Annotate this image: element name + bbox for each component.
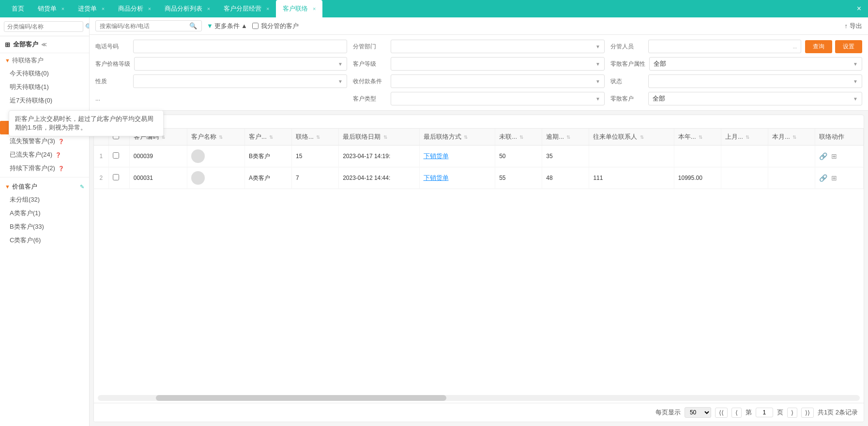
th-this-year: 本年... ⇅	[674, 129, 721, 146]
sidebar-item-class-a[interactable]: A类客户(1)	[0, 206, 89, 220]
page-label: 第	[746, 408, 752, 417]
payment-select[interactable]: ▼	[391, 74, 605, 88]
next-page-button[interactable]: ⟩	[787, 408, 797, 418]
settings-button[interactable]: 设置	[835, 40, 862, 53]
sort-icon-date[interactable]: ⇅	[383, 134, 387, 140]
top-navigation: 首页 销货单 × 进货单 × 商品分析 × 商品分析列表 × 客户分层经营 × …	[0, 0, 868, 17]
close-tab-product-list[interactable]: ×	[207, 6, 210, 12]
row2-grid-icon[interactable]: ⊞	[831, 174, 837, 182]
search-box: 🔍	[95, 20, 202, 31]
row1-index: 1	[94, 146, 108, 167]
row2-avatar	[191, 171, 205, 185]
page-input[interactable]	[756, 408, 773, 417]
sort-icon-contact[interactable]: ⇅	[316, 134, 320, 140]
table-scroll[interactable]: 客户编码 ⇅ 客户名称 ⇅ 客户... ⇅	[94, 129, 864, 393]
close-tab-layering[interactable]: ×	[266, 6, 269, 12]
tab-sales-order[interactable]: 销货单 ×	[31, 0, 71, 17]
collapse-icon[interactable]: ≪	[41, 42, 47, 48]
row2-checkbox[interactable]	[113, 174, 119, 180]
row2-checkbox-cell	[108, 167, 129, 189]
row2-method-link[interactable]: 下销货单	[424, 174, 449, 181]
sidebar-search-input[interactable]	[4, 21, 83, 32]
horizontal-scrollbar[interactable]	[98, 395, 860, 401]
window-close-button[interactable]: ×	[857, 4, 861, 13]
th-name: 客户名称 ⇅	[187, 129, 244, 146]
first-page-button[interactable]: ⟨⟨	[715, 408, 728, 418]
dept-select[interactable]: ▼	[391, 40, 605, 53]
sidebar-item-tomorrow[interactable]: 明天待联络(1)	[0, 80, 89, 94]
my-customers-checkbox[interactable]	[252, 23, 259, 29]
filter-payment-row: 收付款条件 ▼	[353, 74, 605, 88]
th-contact-person: 往来单位联系人 ⇅	[589, 129, 674, 146]
sidebar-item-class-b[interactable]: B类客户(33)	[0, 220, 89, 234]
sort-icon-type[interactable]: ⇅	[269, 134, 273, 140]
sidebar-item-declining[interactable]: 持续下滑客户(2) ❓	[0, 162, 89, 175]
row1-last-date: 2023-04-17 14:19:	[339, 146, 419, 167]
page-suffix: 页	[777, 408, 783, 417]
main-search-icon[interactable]: 🔍	[189, 22, 197, 29]
query-button[interactable]: 查询	[805, 40, 832, 53]
close-tab-contact[interactable]: ×	[313, 6, 316, 12]
close-tab-purchase[interactable]: ×	[102, 6, 105, 12]
close-tab-product[interactable]: ×	[148, 6, 151, 12]
retail-attr-select[interactable]: 全部 ▼	[649, 57, 862, 71]
status-select[interactable]: ▼	[648, 74, 862, 88]
row1-checkbox-cell	[108, 146, 129, 167]
sidebar-item-today[interactable]: 今天待联络(0)	[0, 67, 89, 80]
tab-product-analysis-list[interactable]: 商品分析列表 ×	[158, 0, 217, 17]
payment-label: 收付款条件	[353, 77, 387, 86]
close-tab-sales[interactable]: ×	[61, 6, 64, 12]
per-page-label: 每页显示	[655, 408, 681, 417]
sidebar-item-lost[interactable]: 已流失客户(24) ❓	[0, 148, 89, 162]
tab-product-analysis[interactable]: 商品分析 ×	[111, 0, 158, 17]
customer-level-select[interactable]: ▼	[391, 57, 605, 71]
row1-contact-count: 15	[292, 146, 339, 167]
customer-level-label: 客户等级	[353, 60, 387, 68]
row1-link-icon[interactable]: 🔗	[819, 152, 827, 160]
sort-icon-method[interactable]: ⇅	[464, 134, 468, 140]
gender-select[interactable]: ▼	[133, 74, 347, 88]
tab-customer-layering[interactable]: 客户分层经营 ×	[217, 0, 276, 17]
th-this-month: 本月... ⇅	[768, 129, 815, 146]
prev-page-button[interactable]: ⟨	[731, 408, 742, 418]
th-contact-count: 联络... ⇅	[292, 129, 339, 146]
tab-customer-contact[interactable]: 客户联络 ×	[276, 0, 322, 17]
value-customers-section[interactable]: ▼ 价值客户 ✎	[0, 179, 89, 193]
sidebar-search-icon[interactable]: 🔍	[85, 23, 90, 30]
all-customers-item[interactable]: ⊞ 全部客户 ≪	[0, 36, 89, 53]
th-action: 联络动作	[815, 129, 864, 146]
chevron-up-icon: ▲	[241, 22, 247, 29]
sidebar-item-class-c[interactable]: C类客户(6)	[0, 234, 89, 247]
manager-select[interactable]: ...	[648, 40, 801, 53]
sort-icon-person[interactable]: ⇅	[640, 134, 644, 140]
price-level-arrow: ▼	[338, 61, 343, 67]
last-page-button[interactable]: ⟩⟩	[801, 408, 814, 418]
per-page-select[interactable]: 50 100 200	[685, 407, 711, 418]
export-button[interactable]: ↑ 导出	[845, 22, 863, 30]
edit-icon[interactable]: ✎	[80, 184, 84, 190]
main-search-input[interactable]	[100, 23, 187, 29]
phone-input[interactable]	[133, 40, 347, 53]
gender-label: 性质	[95, 77, 129, 86]
row2-link-icon[interactable]: 🔗	[819, 174, 827, 182]
sidebar-item-7days[interactable]: 近7天待联络(0)	[0, 94, 89, 107]
sort-icon-overdue[interactable]: ⇅	[566, 134, 570, 140]
sort-icon-year[interactable]: ⇅	[699, 134, 702, 140]
sort-icon-tmonth[interactable]: ⇅	[792, 134, 796, 140]
sidebar-item-loss-warning[interactable]: 流失预警客户(3) ❓	[0, 134, 89, 148]
retail-customer-select[interactable]: 全部 ▼	[648, 92, 862, 105]
tab-purchase-order[interactable]: 进货单 ×	[71, 0, 111, 17]
tab-home[interactable]: 首页	[5, 0, 31, 17]
sidebar-item-ungrouped[interactable]: 未分组(32)	[0, 193, 89, 206]
sort-icon-name[interactable]: ⇅	[219, 134, 223, 140]
row1-grid-icon[interactable]: ⊞	[831, 152, 837, 160]
row2-this-month	[768, 167, 815, 189]
price-level-select[interactable]: ▼	[134, 57, 347, 71]
filter-retail-attr-row: 零散客户属性 全部 ▼	[610, 57, 862, 71]
sort-icon-lmonth[interactable]: ⇅	[746, 134, 749, 140]
customer-type-select[interactable]: ▼	[391, 92, 605, 105]
more-conditions-button[interactable]: ▼ 更多条件 ▲	[207, 22, 247, 30]
sort-icon-uncontact[interactable]: ⇅	[519, 134, 523, 140]
row1-checkbox[interactable]	[113, 152, 119, 159]
row1-method-link[interactable]: 下销货单	[424, 152, 449, 160]
